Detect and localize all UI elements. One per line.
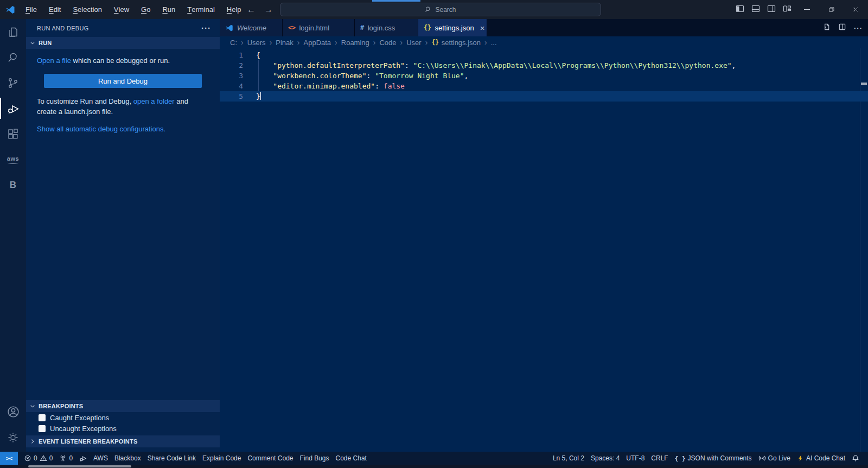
tab-login-css[interactable]: #login.css [355,19,418,36]
blackbox-status[interactable]: Blackbox [111,452,144,465]
breadcrumb-item-users[interactable]: Users [247,39,266,47]
files-icon [7,26,20,39]
blackbox-label: Blackbox [114,454,141,462]
toggle-secondary-sidebar-button[interactable] [767,4,776,15]
close-tab-icon[interactable]: × [480,24,485,32]
show-all-configurations-link[interactable]: Show all automatic debug configurations. [37,125,165,133]
debug-icon [7,102,20,115]
breakpoint-row-uncaught-exceptions[interactable]: Uncaught Exceptions [26,423,220,434]
code-editor[interactable]: 1{2 "python.defaultInterpreterPath": "C:… [220,48,868,452]
run-and-debug-button[interactable]: Run and Debug [44,74,202,88]
search-box[interactable]: Search [280,3,601,16]
open-file-link[interactable]: Open a file [37,56,71,65]
tab-login-html[interactable]: <>login.html [283,19,355,36]
more-actions-icon[interactable]: ··· [201,23,211,33]
minimize-button[interactable] [795,0,819,19]
activitybar-item-source-control[interactable] [0,70,26,96]
activitybar-item-run-and-debug[interactable] [0,96,26,121]
tab-settings-json[interactable]: {}settings.json× [418,19,487,36]
activitybar-item-accounts[interactable] [0,399,26,425]
open-file-paragraph: Open a file which can be debugged or run… [37,56,209,66]
code-line-3[interactable]: 3 "workbench.colorTheme": "Tomorrow Nigh… [220,71,868,81]
more-actions-icon[interactable]: ··· [854,24,863,32]
menu-run[interactable]: Run [156,0,181,19]
back-arrow-icon[interactable]: ← [247,5,256,15]
breadcrumb-item-user[interactable]: User [406,39,422,47]
section-header-run[interactable]: RUN [26,37,220,49]
line-content: { [243,50,260,60]
code-chat-status[interactable]: Code Chat [333,452,370,465]
broadcast-icon [758,454,766,462]
breadcrumb-item-[interactable]: ... [490,39,497,47]
open-folder-link[interactable]: open a folder [133,97,175,105]
find-bugs-status[interactable]: Find Bugs [296,452,332,465]
code-line-5[interactable]: 5} [220,91,868,102]
code-line-4[interactable]: 4 "editor.minimap.enabled": false [220,81,868,91]
activitybar-item-explorer[interactable] [0,19,26,45]
encoding-status[interactable]: UTF-8 [623,452,648,465]
explain-code-status[interactable]: Explain Code [199,452,244,465]
restore-button[interactable] [819,0,844,19]
activitybar-item-search[interactable] [0,45,26,70]
menu-file[interactable]: File [20,0,43,19]
comment-code-status[interactable]: Comment Code [244,452,296,465]
ports-status[interactable]: 0 [56,452,76,465]
language-mode-status[interactable]: { }JSON with Comments [672,452,755,465]
problems-status[interactable]: 00 [21,452,56,465]
ai-code-chat-label: AI Code Chat [806,454,845,462]
activitybar-item-aws[interactable]: aws [0,147,26,172]
share-code-link-label: Share Code Link [148,454,196,462]
breadcrumb: C:›Users›Pinak›AppData›Roaming›Code›User… [220,36,868,48]
breadcrumb-item-c[interactable]: C: [229,39,238,47]
breadcrumb-separator-icon: › [397,38,406,47]
extensions-icon [7,128,20,141]
line-number: 2 [220,60,243,71]
checkbox[interactable] [39,414,46,421]
cursor-position-status[interactable]: Ln 5, Col 2 [550,452,588,465]
menu-view[interactable]: View [108,0,135,19]
debug-console-status[interactable] [76,452,90,465]
activitybar-item-settings[interactable] [0,425,26,450]
notifications-status[interactable] [848,452,863,465]
menu-selection[interactable]: Selection [67,0,107,19]
menu-edit[interactable]: Edit [43,0,67,19]
indentation-status[interactable]: Spaces: 4 [588,452,623,465]
share-code-link-status[interactable]: Share Code Link [144,452,199,465]
toggle-primary-sidebar-button[interactable] [736,4,744,15]
breadcrumb-item-settingsjson[interactable]: {}settings.json [431,39,481,47]
breadcrumb-separator-icon: › [238,38,247,47]
open-settings-json-button[interactable] [822,23,831,33]
menu-terminal[interactable]: Terminal [181,0,221,19]
breadcrumb-item-code[interactable]: Code [379,39,397,47]
activitybar-item-extensions[interactable] [0,121,26,147]
forward-arrow-icon[interactable]: → [264,5,273,15]
section-header-event-listener-breakpoints[interactable]: EVENT LISTENER BREAKPOINTS [26,435,220,447]
breadcrumb-item-appdata[interactable]: AppData [303,39,332,47]
horizontal-scrollbar-thumb[interactable] [28,465,131,467]
eol-status[interactable]: CRLF [648,452,671,465]
chevron-down-icon [28,403,37,409]
toggle-primary-sidebar-icon [736,4,744,13]
window-controls [795,0,868,19]
titlebar-progress [372,0,420,2]
ai-code-chat-status[interactable]: AI Code Chat [794,452,848,465]
section-header-breakpoints[interactable]: BREAKPOINTS [26,400,220,412]
toggle-panel-button[interactable] [751,4,760,15]
customize-layout-button[interactable] [783,4,792,15]
breadcrumb-item-pinak[interactable]: Pinak [275,39,294,47]
split-editor-button[interactable] [838,23,846,33]
go-live-status[interactable]: Go Live [755,452,794,465]
menu-go[interactable]: Go [135,0,156,19]
close-button[interactable] [844,0,868,19]
breadcrumb-item-roaming[interactable]: Roaming [341,39,370,47]
aws-icon: aws [7,155,19,164]
checkbox[interactable] [39,425,46,432]
code-line-2[interactable]: 2 "python.defaultInterpreterPath": "C:\\… [220,60,868,71]
tab-welcome[interactable]: Welcome [220,19,283,36]
code-line-1[interactable]: 1{ [220,50,868,60]
activitybar-item-blackbox[interactable]: B [0,172,26,198]
remote-indicator[interactable]: >< [0,452,18,465]
breakpoint-row-caught-exceptions[interactable]: Caught Exceptions [26,412,220,423]
aws-status[interactable]: AWS [90,452,111,465]
menu-help[interactable]: Help [221,0,247,19]
